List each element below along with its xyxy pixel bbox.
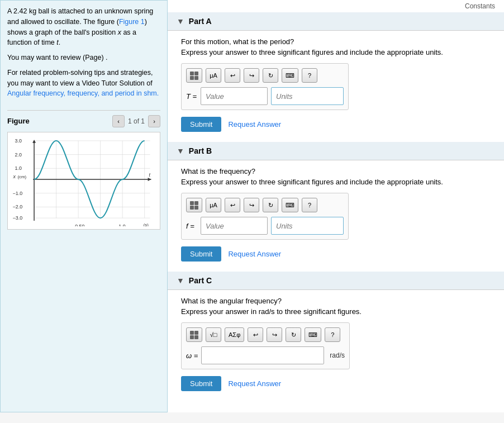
figure-prev-btn[interactable]: ‹ xyxy=(112,115,125,127)
figure-title: Figure xyxy=(7,116,30,127)
tips-link[interactable]: Angular frequency, frequency, and period… xyxy=(7,89,159,97)
part-b-answer-box: μΑ ↩ ↪ ↻ ⌨ ? f = xyxy=(181,193,349,240)
part-c-refresh-btn[interactable]: ↻ xyxy=(286,327,301,342)
svg-text:−2.0: −2.0 xyxy=(13,204,23,210)
part-c-input-row: ω = rad/s xyxy=(186,346,345,364)
svg-text:1.0: 1.0 xyxy=(15,165,22,171)
part-b-collapse-arrow[interactable]: ▼ xyxy=(177,146,184,155)
part-b-instruction: Express your answer to three significant… xyxy=(181,178,491,186)
part-b-input-label: f = xyxy=(186,222,197,230)
part-c-submit-btn[interactable]: Submit xyxy=(181,376,221,391)
part-c-help-btn[interactable]: ? xyxy=(325,327,340,342)
part-a-instruction: Express your answer to three significant… xyxy=(181,48,491,56)
review-text: You may want to review (Page) . xyxy=(7,53,160,63)
part-a-input-row: T = xyxy=(186,87,344,105)
svg-text:−1.0: −1.0 xyxy=(13,191,23,196)
figure-next-btn[interactable]: › xyxy=(148,115,160,127)
right-panel: Constants ▼ Part A For this motion, what… xyxy=(168,0,504,412)
part-c-question: What is the angular frequency? xyxy=(181,297,491,305)
part-b-grid-btn[interactable] xyxy=(186,198,202,212)
part-a-help-btn[interactable]: ? xyxy=(302,68,317,83)
intro-text: A 2.42 kg ball is attached to an unknown… xyxy=(7,6,160,48)
part-b-action-row: Submit Request Answer xyxy=(181,246,491,262)
graph-container: 3.0 2.0 1.0 −1.0 −2.0 −3.0 0.50 1.0 x (c… xyxy=(7,132,160,230)
part-b-keyboard-btn[interactable]: ⌨ xyxy=(282,198,298,212)
part-c-omega-input[interactable] xyxy=(201,346,324,364)
part-b-value-input[interactable] xyxy=(201,217,268,235)
part-b-undo-btn[interactable]: ↩ xyxy=(225,198,240,212)
part-a-label: Part A xyxy=(189,17,212,26)
part-b-mu-btn[interactable]: μΑ xyxy=(206,198,221,212)
part-a-value-input[interactable] xyxy=(201,87,268,105)
part-c-greek-btn[interactable]: ΑΣφ xyxy=(225,327,244,342)
figure-section: Figure ‹ 1 of 1 › xyxy=(7,110,160,230)
part-c-body: What is the angular frequency? Express y… xyxy=(168,290,504,400)
svg-text:x: x xyxy=(13,174,16,179)
part-c-grid-btn[interactable] xyxy=(186,327,202,342)
part-a-collapse-arrow[interactable]: ▼ xyxy=(177,17,184,26)
part-c-toolbar: √□ ΑΣφ ↩ ↪ ↻ ⌨ ? xyxy=(186,327,345,342)
graph-svg: 3.0 2.0 1.0 −1.0 −2.0 −3.0 0.50 1.0 x (c… xyxy=(11,135,157,226)
svg-text:(cm): (cm) xyxy=(17,174,26,179)
part-b-refresh-btn[interactable]: ↻ xyxy=(263,198,278,212)
svg-text:(s): (s) xyxy=(144,222,149,226)
part-c-sqrt-btn[interactable]: √□ xyxy=(206,327,221,342)
figure-nav-count: 1 of 1 xyxy=(128,116,145,126)
part-a-action-row: Submit Request Answer xyxy=(181,117,491,132)
svg-text:t: t xyxy=(149,172,151,178)
top-right-constants: Constants xyxy=(168,0,504,12)
part-c-request-answer[interactable]: Request Answer xyxy=(228,379,281,388)
svg-text:0.50: 0.50 xyxy=(75,224,84,226)
part-a-question: For this motion, what is the period? xyxy=(181,37,491,46)
part-c-section: ▼ Part C What is the angular frequency? … xyxy=(168,272,504,400)
part-c-action-row: Submit Request Answer xyxy=(181,376,491,391)
part-b-submit-btn[interactable]: Submit xyxy=(181,246,221,262)
part-b-question: What is the frequency? xyxy=(181,167,491,175)
svg-marker-16 xyxy=(32,140,36,143)
part-c-answer-box: √□ ΑΣφ ↩ ↪ ↻ ⌨ ? ω = rad/s xyxy=(181,322,350,369)
part-b-header: ▼ Part B xyxy=(168,142,504,160)
part-a-redo-btn[interactable]: ↪ xyxy=(244,68,259,83)
part-c-unit-suffix: rad/s xyxy=(330,351,345,359)
svg-text:1.0: 1.0 xyxy=(118,224,125,226)
part-a-section: ▼ Part A For this motion, what is the pe… xyxy=(168,12,504,141)
part-b-redo-btn[interactable]: ↪ xyxy=(244,198,259,212)
part-a-header: ▼ Part A xyxy=(168,12,504,31)
left-panel: A 2.42 kg ball is attached to an unknown… xyxy=(0,0,168,412)
part-c-header: ▼ Part C xyxy=(168,272,504,290)
figure-link[interactable]: Figure 1 xyxy=(119,18,145,26)
part-c-keyboard-btn[interactable]: ⌨ xyxy=(305,327,321,342)
svg-text:2.0: 2.0 xyxy=(15,152,22,158)
part-b-help-btn[interactable]: ? xyxy=(302,198,317,212)
part-a-request-answer[interactable]: Request Answer xyxy=(228,120,281,129)
part-a-input-label: T = xyxy=(186,92,197,101)
svg-text:−3.0: −3.0 xyxy=(13,215,23,221)
part-a-units-input[interactable] xyxy=(271,87,344,105)
part-b-label: Part B xyxy=(189,146,212,155)
part-c-instruction: Express your answer in rad/s to three si… xyxy=(181,307,491,316)
part-c-input-label: ω = xyxy=(186,351,198,360)
part-b-request-answer[interactable]: Request Answer xyxy=(228,250,281,258)
part-c-collapse-arrow[interactable]: ▼ xyxy=(177,276,184,285)
part-b-section: ▼ Part B What is the frequency? Express … xyxy=(168,142,504,270)
svg-marker-15 xyxy=(148,178,151,181)
tips-text: For related problem-solving tips and str… xyxy=(7,68,160,99)
part-b-body: What is the frequency? Express your answ… xyxy=(168,160,504,270)
part-a-body: For this motion, what is the period? Exp… xyxy=(168,31,504,141)
part-b-input-row: f = xyxy=(186,217,344,235)
part-b-units-input[interactable] xyxy=(271,217,344,235)
part-a-submit-btn[interactable]: Submit xyxy=(181,117,221,132)
part-c-redo-btn[interactable]: ↪ xyxy=(267,327,282,342)
part-c-undo-btn[interactable]: ↩ xyxy=(248,327,263,342)
part-a-toolbar: μΑ ↩ ↪ ↻ ⌨ ? xyxy=(186,68,344,83)
part-a-keyboard-btn[interactable]: ⌨ xyxy=(282,68,298,83)
part-a-undo-btn[interactable]: ↩ xyxy=(225,68,240,83)
part-b-toolbar: μΑ ↩ ↪ ↻ ⌨ ? xyxy=(186,198,344,212)
part-a-refresh-btn[interactable]: ↻ xyxy=(263,68,278,83)
part-a-mu-btn[interactable]: μΑ xyxy=(206,68,221,83)
part-a-grid-btn[interactable] xyxy=(186,68,202,83)
figure-header: Figure ‹ 1 of 1 › xyxy=(7,115,160,127)
svg-text:3.0: 3.0 xyxy=(15,138,22,144)
part-c-label: Part C xyxy=(189,276,212,285)
figure-nav: ‹ 1 of 1 › xyxy=(112,115,160,127)
